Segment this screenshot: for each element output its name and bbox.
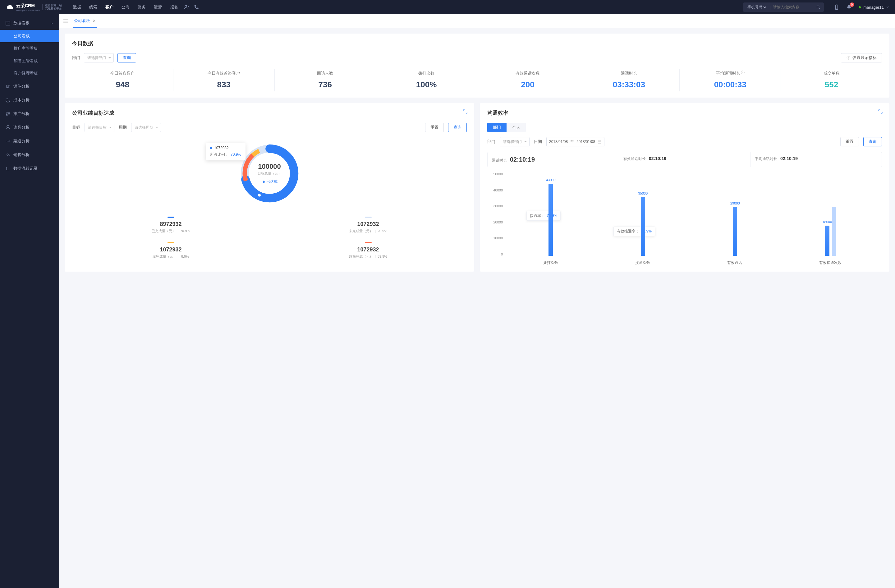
topnav-item[interactable]: 客户 xyxy=(105,5,114,10)
reset-button[interactable]: 重置 xyxy=(840,137,859,146)
donut-tooltip: 1072932 所占比例：70.9% xyxy=(206,142,246,161)
topnav-item[interactable]: 数据 xyxy=(73,5,81,10)
topnav-item[interactable]: 线索 xyxy=(89,5,97,10)
sidebar-parent-dashboard[interactable]: 数据看板 xyxy=(0,16,59,30)
sidebar-item[interactable]: 推广分析 xyxy=(0,107,59,121)
legend-item: 1072932超额完成（元） | 89.9% xyxy=(269,242,467,259)
add-user-icon[interactable] xyxy=(183,5,189,10)
nav-icon xyxy=(6,139,10,144)
summary-bar: 通话时长02:10:19有效通话时长02:10:19平均通话时长02:10:19 xyxy=(487,152,882,167)
user-menu[interactable]: manager11 xyxy=(859,5,889,10)
legend-item: 1072932未完成量（元） | 20.9% xyxy=(269,217,467,233)
svg-point-2 xyxy=(836,9,837,9)
callout-conn-rate: 接通率：70.9% xyxy=(526,211,561,221)
query-button[interactable]: 查询 xyxy=(448,123,467,132)
brand-name: 云朵CRM xyxy=(16,3,40,9)
sidebar-item[interactable]: 数据流转记录 xyxy=(0,162,59,175)
seg-item[interactable]: 部门 xyxy=(487,123,507,132)
sidebar-sub-item[interactable]: 推广主管看板 xyxy=(0,42,59,55)
nav-icon xyxy=(6,112,10,116)
comm-title: 沟通效率 xyxy=(487,109,882,117)
status-dot xyxy=(859,6,861,8)
nav-icon xyxy=(6,166,10,171)
stats-row: 今日首咨客户948今日有效首咨客户833回访人数736拨打次数100%有效通话次… xyxy=(72,69,882,91)
stat-item: 成交单数552 xyxy=(781,69,882,91)
x-label: 有效接通次数 xyxy=(819,260,842,265)
sidebar-item[interactable]: 成本分析 xyxy=(0,93,59,107)
topnav-item[interactable]: 报名 xyxy=(170,5,178,10)
global-search: 手机号码 | xyxy=(743,3,824,12)
reset-button[interactable]: 重置 xyxy=(425,123,444,132)
search-icon[interactable] xyxy=(816,5,821,10)
info-icon xyxy=(741,71,745,74)
tab-company-dashboard[interactable]: 公司看板 ✕ xyxy=(73,14,97,28)
x-label: 有效通话 xyxy=(727,260,742,265)
brand-sub: 教育机构一站 式服务云平台 xyxy=(42,4,62,10)
thumbs-up-icon xyxy=(261,180,265,184)
goal-donut: 1072932 所占比例：70.9% xyxy=(237,141,302,206)
sidebar-item[interactable]: 渠道分析 xyxy=(0,134,59,148)
stat-item: 拨打次数100% xyxy=(376,69,477,91)
sidebar: 数据看板 公司看板推广主管看板销售主管看板客户经理看板 漏斗分析成本分析推广分析… xyxy=(0,14,59,588)
cycle-select[interactable]: 请选择周期 xyxy=(131,123,161,132)
stat-item: 有效通话次数200 xyxy=(477,69,579,91)
topnav-item[interactable]: 运营 xyxy=(154,5,162,10)
nav-icon xyxy=(6,125,10,130)
legend-item: 1072932应完成量（元） | 8.9% xyxy=(72,242,269,259)
hamburger-icon[interactable] xyxy=(64,19,68,23)
today-title: 今日数据 xyxy=(72,40,882,47)
expand-icon[interactable] xyxy=(878,109,883,114)
summary-item: 通话时长02:10:19 xyxy=(488,152,619,167)
comm-barchart: 01000020000300004000050000 接通率：70.9% 有效接… xyxy=(487,172,882,265)
chevron-up-icon xyxy=(50,21,53,24)
dept-select[interactable]: 请选择部门 xyxy=(84,53,114,62)
date-range-input[interactable]: 2018/01/08 至 2018/01/08 xyxy=(546,137,604,146)
topnav-item[interactable]: 财务 xyxy=(138,5,146,10)
sidebar-sub-item[interactable]: 公司看板 xyxy=(0,30,59,42)
calendar-icon xyxy=(598,140,602,144)
notifications[interactable]: 5 xyxy=(846,4,852,11)
sidebar-sub-item[interactable]: 销售主管看板 xyxy=(0,55,59,67)
seg-item[interactable]: 个人 xyxy=(507,123,526,132)
goal-title: 公司业绩目标达成 xyxy=(72,109,467,117)
svg-rect-11 xyxy=(598,141,601,143)
dept-label: 部门 xyxy=(72,55,80,61)
phone-icon[interactable] xyxy=(194,5,199,10)
goal-card: 公司业绩目标达成 目标 请选择目标 周期 请选择周期 重置 查询 xyxy=(65,103,474,271)
tabbar: 公司看板 ✕ xyxy=(59,14,895,28)
nav-icon xyxy=(6,153,10,157)
stat-item: 今日有效首咨客户833 xyxy=(173,69,275,91)
today-card: 今日数据 部门 请选择部门 查询 设置显示指标 今日首咨客户948今日有效首咨客… xyxy=(65,33,889,98)
expand-icon[interactable] xyxy=(463,109,467,114)
search-type-select[interactable]: 手机号码 xyxy=(746,5,767,10)
x-label: 拨打次数 xyxy=(543,260,558,265)
target-select[interactable]: 请选择目标 xyxy=(85,123,114,132)
main: 公司看板 ✕ 今日数据 部门 请选择部门 查询 xyxy=(59,14,895,588)
chevron-down-icon xyxy=(886,6,889,8)
summary-item: 平均通话时长02:10:19 xyxy=(751,152,881,167)
mobile-icon[interactable] xyxy=(834,5,839,10)
seg-scope: 部门个人 xyxy=(487,123,526,132)
sidebar-item[interactable]: 访客分析 xyxy=(0,121,59,134)
bar: 29000 xyxy=(732,207,738,256)
stat-item: 今日首咨客户948 xyxy=(72,69,173,91)
svg-point-0 xyxy=(817,6,819,8)
comm-dept-select[interactable]: 请选择部门 xyxy=(500,137,529,146)
cloud-icon xyxy=(6,4,14,10)
legend-item: 8972932已完成量（元） | 70.9% xyxy=(72,217,269,233)
topnav-item[interactable]: 公海 xyxy=(121,5,130,10)
sidebar-item[interactable]: 销售分析 xyxy=(0,148,59,162)
achieved-badge: 已达成 xyxy=(258,179,282,184)
sidebar-sub-item[interactable]: 客户经理看板 xyxy=(0,67,59,80)
sidebar-item[interactable]: 漏斗分析 xyxy=(0,80,59,93)
bar: 43000 xyxy=(548,184,554,256)
search-input[interactable] xyxy=(773,5,813,9)
query-button[interactable]: 查询 xyxy=(117,53,136,62)
settings-indicator-button[interactable]: 设置显示指标 xyxy=(841,53,882,62)
close-icon[interactable]: ✕ xyxy=(93,19,96,23)
query-button[interactable]: 查询 xyxy=(863,137,882,146)
gear-icon xyxy=(846,56,851,60)
brand-domain: www.yunduocrm.com xyxy=(16,9,40,12)
stat-item: 通话时长03:33:03 xyxy=(578,69,680,91)
logo: 云朵CRM www.yunduocrm.com 教育机构一站 式服务云平台 xyxy=(6,3,62,12)
